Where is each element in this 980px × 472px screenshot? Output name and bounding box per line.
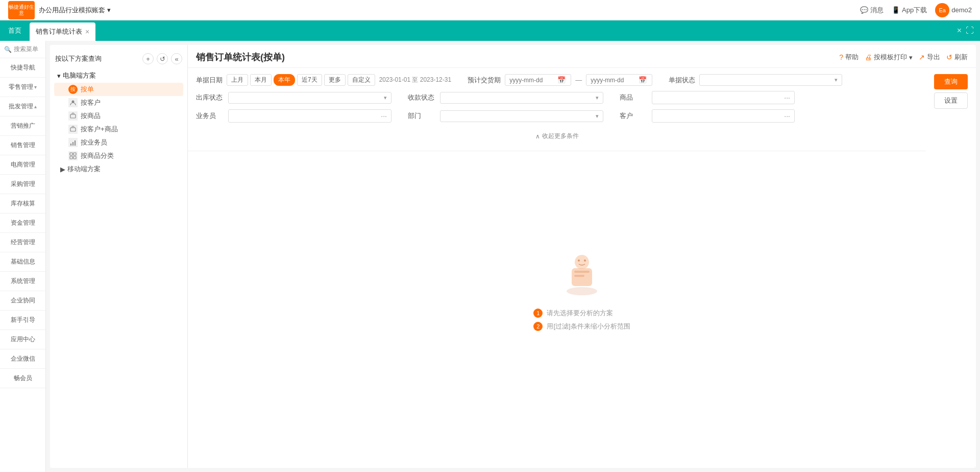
customer-dots-icon[interactable]: ··· [784,112,790,120]
sidebar-item-purchase[interactable]: 采购管理 [0,175,45,194]
tab-close-btn[interactable]: × [85,28,89,35]
collapse-icon: « [175,55,178,63]
left-panel-title: 按以下方案查询 [55,54,102,63]
window-close-btn[interactable]: × [957,26,962,35]
sidebar-item-wechat-work[interactable]: 企业微信 [0,349,45,369]
sidebar-item-enterprise[interactable]: 企业协同 [0,291,45,311]
tab-sales-order-stats[interactable]: 销售订单统计表 × [30,22,95,41]
settings-btn[interactable]: 设置 [934,92,968,109]
svg-rect-8 [70,156,72,159]
department-select[interactable]: ▾ [440,110,603,122]
tree-item-by-goods-category[interactable]: 按商品分类 [54,149,183,162]
goods-input[interactable]: ··· [652,91,795,104]
window-maximize-btn[interactable]: ⛶ [966,26,974,35]
message-icon: 💬 [860,6,868,14]
delivery-status-select[interactable]: ▾ [228,92,391,104]
filter-row-3: 业务员 ··· 部门 ▾ 客户 [196,109,918,123]
sidebar-item-member[interactable]: 畅会员 [0,369,45,388]
sidebar-item-ecommerce[interactable]: 电商管理 [0,155,45,175]
logo-text: 畅捷通好生意 [8,4,35,16]
help-btn[interactable]: ? 帮助 [839,53,859,62]
topbar-right: 💬 消息 📱 App下载 Ea demo2 [860,3,972,17]
tree-pc-section[interactable]: ▾ 电脑端方案 [54,68,183,83]
date-btn-last-month[interactable]: 上月 [227,74,248,86]
svg-rect-7 [74,153,76,155]
svg-rect-6 [70,153,72,155]
sidebar-item-retail[interactable]: 零售管理 ▾ [0,78,45,97]
print-btn[interactable]: 🖨 按模板打印 ▾ [865,53,913,62]
sidebar-quick-nav[interactable]: 快捷导航 [0,58,45,78]
sidebar-search[interactable]: 🔍 搜索菜单 [0,41,45,58]
empty-state: 1 请先选择要分析的方案 2 用[过滤]条件来缩小分析范围 [188,151,976,468]
date-btn-more[interactable]: 更多 [324,74,346,86]
filter-row-2: 出库状态 ▾ 收款状态 ▾ 商品 [196,91,918,104]
date-range-display: 2023-01-01 至 2023-12-31 [379,76,451,84]
date-btn-this-year[interactable]: 本年 [274,74,295,86]
svg-rect-13 [574,275,584,277]
export-icon: ↗ [919,53,925,61]
sidebar-item-finance[interactable]: 资金管理 [0,214,45,233]
date-to-field[interactable] [591,77,636,84]
salesperson-input[interactable]: ··· [228,109,391,123]
add-scheme-btn[interactable]: + [142,53,154,64]
date-btn-last7[interactable]: 近7天 [297,74,322,86]
sidebar-item-sales[interactable]: 销售管理 [0,136,45,155]
refresh-btn[interactable]: ↺ 刷新 [946,53,968,62]
single-status-select[interactable]: ▾ [699,74,842,86]
date-to-input[interactable]: 📅 [586,74,652,86]
app-download-btn[interactable]: 📱 App下载 [892,6,927,15]
empty-illustration [556,248,607,300]
date-btn-custom[interactable]: 自定义 [348,74,375,86]
query-btn[interactable]: 查询 [934,74,968,89]
by-goods-category-icon [68,151,78,160]
tree-mobile-section[interactable]: ▶ 移动端方案 [54,162,183,176]
sidebar-item-marketing[interactable]: 营销推广 [0,116,45,136]
sidebar-item-operations[interactable]: 经营管理 [0,233,45,252]
tree-item-by-customer[interactable]: 按客户 [54,96,183,109]
date-quick-btns: 上月 本月 本年 近7天 更多 自定义 [227,74,375,86]
tree-item-by-goods[interactable]: 按商品 [54,109,183,123]
retail-arrow-icon: ▾ [34,84,37,90]
page-container: 按以下方案查询 + ↺ « ▾ [50,45,976,468]
empty-tips: 1 请先选择要分析的方案 2 用[过滤]条件来缩小分析范围 [533,309,630,331]
collapse-panel-btn[interactable]: « [171,53,182,64]
left-panel-actions: + ↺ « [142,53,182,64]
sidebar-item-wholesale[interactable]: 批发管理 ▴ [0,97,45,116]
sidebar-item-app-center[interactable]: 应用中心 [0,330,45,349]
sidebar-item-inventory[interactable]: 库存核算 [0,194,45,214]
filter-row-1: 单据日期 上月 本月 本年 近7天 更多 自定义 2023-01-01 至 20… [196,74,918,86]
by-salesperson-icon [68,138,78,147]
refresh-icon: ↺ [946,53,952,61]
account-selector[interactable]: 办公用品行业模拟账套 ▾ [39,6,111,15]
left-panel-header: 按以下方案查询 + ↺ « [50,50,187,68]
tree-item-by-salesperson[interactable]: 按业务员 [54,136,183,149]
mobile-expand-icon: ▶ [60,166,65,173]
sidebar-item-system[interactable]: 系统管理 [0,272,45,291]
wholesale-arrow-icon: ▴ [34,104,37,109]
payment-status-select[interactable]: ▾ [440,92,603,104]
help-icon: ? [839,53,843,61]
svg-point-15 [578,259,580,262]
svg-point-14 [575,255,589,269]
message-btn[interactable]: 💬 消息 [860,6,884,15]
refresh-scheme-btn[interactable]: ↺ [157,53,168,64]
sidebar-item-newbie[interactable]: 新手引导 [0,311,45,330]
customer-input[interactable]: ··· [652,109,795,123]
department-arrow-icon: ▾ [596,113,599,120]
sidebar-item-basic-info[interactable]: 基础信息 [0,252,45,272]
salesperson-dots-icon[interactable]: ··· [381,112,387,120]
main-layout: 🔍 搜索菜单 快捷导航 零售管理 ▾ 批发管理 ▴ 营销推广 销售管理 电商管理… [0,41,980,472]
export-btn[interactable]: ↗ 导出 [919,53,940,62]
collapse-btn[interactable]: ∧ 收起更多条件 [535,132,579,140]
date-from-input[interactable]: 📅 [505,74,571,86]
goods-dots-icon[interactable]: ··· [784,93,790,102]
tree-item-by-customer-goods[interactable]: 按客户+商品 [54,123,183,136]
salesperson-label: 业务员 [196,111,224,121]
tree-item-by-order[interactable]: 按 按单 [54,83,183,96]
delivery-status-label: 出库状态 [196,93,224,102]
date-from-field[interactable] [509,77,555,84]
date-btn-this-month[interactable]: 本月 [250,74,272,86]
user-menu[interactable]: Ea demo2 [935,3,972,17]
svg-rect-5 [75,140,76,146]
tab-home[interactable]: 首页 [0,20,30,41]
